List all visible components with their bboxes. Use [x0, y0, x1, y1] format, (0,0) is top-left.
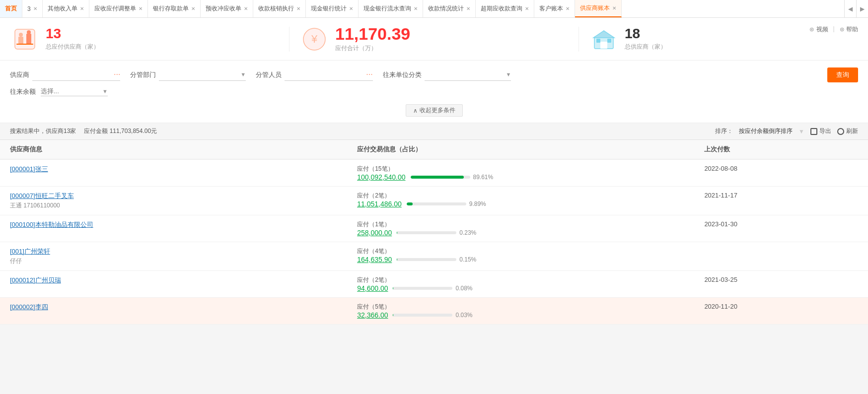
dept-input[interactable]: [159, 69, 238, 79]
chevron-up-icon: ∧: [413, 107, 418, 114]
refresh-button[interactable]: 刷新: [837, 127, 858, 135]
collection-stats-label: 收款情况统计: [428, 4, 464, 13]
tx-label: 应付（1笔）: [357, 220, 684, 229]
close-icon[interactable]: ✕: [244, 6, 248, 11]
nav-tab-home[interactable]: 首页: [0, 0, 22, 17]
prepaid-label: 预收冲应收单: [206, 4, 241, 13]
nav-tab-3[interactable]: 3 ✕: [22, 0, 43, 17]
supplier-dots-button[interactable]: ···: [114, 70, 120, 79]
stat-divider-1: [289, 27, 289, 52]
last-payment-cell: 2021-03-25: [694, 271, 868, 298]
tx-percent: 0.08%: [455, 285, 472, 292]
dept-dropdown-icon[interactable]: ▼: [240, 71, 246, 77]
nav-tab-other-income[interactable]: 其他收入单 ✕: [43, 0, 89, 17]
category-label: 往来单位分类: [383, 70, 422, 79]
nav-tab-cash-stats[interactable]: 现金银行统计 ✕: [306, 0, 359, 17]
nav-tab-supplier-book[interactable]: 供应商账本 ✕: [575, 0, 622, 17]
last-payment-cell: 2023-01-30: [694, 215, 868, 242]
nav-tab-ar-ap[interactable]: 应收应付调整单 ✕: [89, 0, 148, 17]
query-button[interactable]: 查询: [827, 67, 858, 82]
close-icon[interactable]: ✕: [33, 6, 37, 11]
collection-label: 收款核销执行: [258, 4, 294, 13]
close-icon[interactable]: ✕: [349, 6, 353, 11]
category-input[interactable]: [425, 69, 504, 79]
close-icon[interactable]: ✕: [414, 6, 418, 11]
nav-arrows: ◀ ▶: [844, 0, 868, 18]
tx-amount[interactable]: 164,635.90: [357, 256, 392, 263]
supplier-cell: [000001]张三: [0, 159, 347, 187]
svg-text:¥: ¥: [311, 33, 318, 45]
close-icon[interactable]: ✕: [566, 6, 570, 11]
close-icon[interactable]: ✕: [80, 6, 84, 11]
nav-prev-button[interactable]: ◀: [844, 0, 856, 18]
progress-bar: [393, 287, 452, 290]
balance-field: 往来余额 ▼: [10, 87, 108, 96]
balance-select[interactable]: [41, 87, 100, 95]
stat-info-amount: 11,170.39 应付合计（万）: [335, 25, 410, 53]
person-field: 分管人员 ···: [256, 69, 372, 81]
table-row: [000100]本特勒油品有限公司应付（1笔）258,000.000.23%20…: [0, 215, 868, 242]
tab-3-label: 3: [27, 5, 31, 12]
supplier-input-container: ···: [32, 69, 120, 81]
person-input[interactable]: [285, 69, 364, 79]
export-button[interactable]: 导出: [810, 127, 831, 135]
col-last-payment: 上次付数: [694, 140, 868, 159]
close-icon[interactable]: ✕: [296, 6, 300, 11]
collapse-button[interactable]: ∧ 收起更多条件: [406, 104, 463, 117]
progress-bar: [397, 231, 456, 234]
nav-next-button[interactable]: ▶: [856, 0, 868, 18]
nav-tab-collection-stats[interactable]: 收款情况统计 ✕: [423, 0, 476, 17]
tx-amount[interactable]: 94,600.00: [357, 284, 388, 292]
category-dropdown-icon[interactable]: ▼: [506, 71, 511, 77]
tx-label: 应付（15笔）: [357, 165, 684, 173]
tx-amount[interactable]: 32,366.00: [357, 311, 388, 319]
stat-number-amount: 11,170.39: [335, 25, 410, 42]
close-icon[interactable]: ✕: [191, 6, 195, 11]
tx-percent: 9.89%: [469, 200, 486, 207]
result-text-suppliers: 搜索结果中，供应商13家: [10, 127, 76, 135]
stat-number-total: 18: [625, 27, 666, 41]
close-icon[interactable]: ✕: [525, 6, 529, 11]
close-icon[interactable]: ✕: [612, 5, 616, 11]
last-payment-cell: 2022-08-08: [694, 159, 868, 187]
help-icon: ⊙: [840, 26, 845, 33]
tx-amount[interactable]: 11,051,486.00: [357, 200, 402, 208]
supplier-link[interactable]: [000007]恒旺二手叉车: [10, 192, 74, 199]
supplier-link[interactable]: [000002]李四: [10, 303, 48, 311]
tx-amount[interactable]: 258,000.00: [357, 229, 392, 237]
tx-amount[interactable]: 100,092,540.00: [357, 173, 405, 181]
sort-select[interactable]: 按应付余额倒序排序: [739, 127, 793, 135]
svg-rect-2: [26, 34, 31, 44]
supplier-input[interactable]: [32, 69, 112, 79]
nav-tab-collection[interactable]: 收款核销执行 ✕: [253, 0, 306, 17]
person-label: 分管人员: [256, 70, 282, 79]
nav-tab-customer-book[interactable]: 客户账本 ✕: [534, 0, 575, 17]
nav-tab-prepaid[interactable]: 预收冲应收单 ✕: [201, 0, 253, 17]
data-table-container: 供应商信息 应付交易信息（占比） 上次付数 [000001]张三应付（15笔）1…: [0, 140, 868, 325]
nav-tab-cash-flow[interactable]: 现金银行流水查询 ✕: [359, 0, 423, 17]
svg-rect-10: [600, 42, 607, 49]
supplier-link[interactable]: [000012]广州贝瑞: [10, 276, 61, 284]
stat-block-amount: ¥ 11,170.39 应付合计（万）: [299, 25, 569, 53]
dept-input-container: ▼: [159, 69, 246, 81]
svg-rect-11: [596, 39, 600, 43]
tx-cell: 应付（1笔）258,000.000.23%: [347, 215, 694, 242]
video-link[interactable]: ⊙ 视频: [809, 25, 828, 34]
supplier-link[interactable]: [000100]本特勒油品有限公司: [10, 221, 93, 228]
close-icon[interactable]: ✕: [466, 6, 470, 11]
table-row: [000012]广州贝瑞应付（2笔）94,600.000.08%2021-03-…: [0, 271, 868, 298]
progress-bar: [411, 176, 470, 179]
supplier-link[interactable]: [001]广州荣轩: [10, 248, 50, 255]
nav-tab-bank[interactable]: 银行存取款单 ✕: [148, 0, 201, 17]
person-dots-button[interactable]: ···: [366, 70, 372, 79]
balance-dropdown-icon[interactable]: ▼: [102, 88, 108, 94]
supplier-contact: 王通 17106110000: [10, 201, 337, 210]
ar-ap-label: 应收应付调整单: [94, 4, 136, 13]
help-link[interactable]: ⊙ 帮助: [840, 25, 858, 34]
close-icon[interactable]: ✕: [139, 6, 143, 11]
supplier-link[interactable]: [000001]张三: [10, 165, 48, 173]
balance-label: 往来余额: [10, 87, 36, 96]
supplier-label: 供应商: [10, 70, 29, 79]
tx-cell: 应付（2笔）94,600.000.08%: [347, 271, 694, 298]
nav-tab-overdue[interactable]: 超期应收款查询 ✕: [476, 0, 534, 17]
